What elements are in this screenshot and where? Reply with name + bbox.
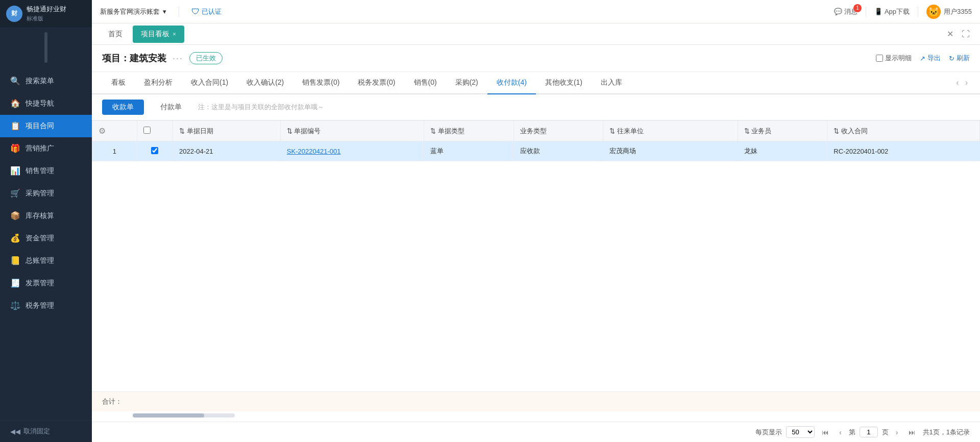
table-footer: 合计： [92, 391, 980, 411]
sub-nav-warehouse[interactable]: 出入库 [592, 72, 631, 94]
tab-note: 注：这里是与项目关联的全部收付款单哦～ [198, 103, 324, 112]
cell-code[interactable]: SK-20220421-001 [280, 141, 424, 161]
sub-nav-income_confirm[interactable]: 收入确认(2) [237, 72, 293, 94]
table-area: ⚙ ⇅ 单据日期 ⇅ 单据编号 [92, 120, 980, 391]
sidebar-item-search[interactable]: 🔍 搜索菜单 [0, 70, 92, 92]
message-button[interactable]: 💬 消息 1 [834, 7, 857, 16]
sidebar-item-contract[interactable]: 📋 项目合同 [0, 115, 92, 137]
th-date[interactable]: ⇅ 单据日期 [173, 121, 281, 141]
table-header-row: ⚙ ⇅ 单据日期 ⇅ 单据编号 [92, 121, 980, 141]
sub-nav-sales_invoice[interactable]: 销售发票(0) [293, 72, 349, 94]
sub-nav-income_contract[interactable]: 收入合同(1) [182, 72, 237, 94]
page-input[interactable] [860, 427, 878, 437]
account-selector[interactable]: 新服务官网演示账套 ▾ [100, 7, 166, 16]
sidebar-item-label: 采购管理 [26, 189, 54, 198]
refresh-button[interactable]: ↻ 刷新 [949, 54, 970, 63]
main-area: 新服务官网演示账套 ▾ 🛡 已认证 💬 消息 1 📱 App下载 🐱 用户335… [92, 0, 980, 442]
export-icon: ↗ [920, 55, 925, 62]
app-download-button[interactable]: 📱 App下载 [874, 7, 910, 16]
sub-nav-other_expense[interactable]: 其他收支(1) [536, 72, 592, 94]
sidebar-item-purchase[interactable]: 🛒 采购管理 [0, 182, 92, 205]
sidebar-footer-cancel-fixed[interactable]: ◀◀ 取消固定 [0, 420, 92, 442]
phone-icon: 📱 [874, 8, 883, 15]
page-size-select[interactable]: 50 100 200 [786, 426, 815, 438]
sidebar-item-marketing[interactable]: 🎁 营销推广 [0, 137, 92, 160]
marketing-icon: 🎁 [10, 143, 20, 154]
sidebar-item-label: 总账管理 [26, 256, 54, 265]
user-menu[interactable]: 🐱 用户3355 [926, 5, 972, 19]
first-page-button[interactable]: ⏮ [819, 427, 832, 437]
row-checkbox[interactable] [151, 147, 158, 154]
sub-nav-purchase[interactable]: 采购(2) [446, 72, 487, 94]
sidebar-item-label: 库存核算 [26, 211, 54, 220]
sidebar-item-label: 销售管理 [26, 166, 54, 176]
sidebar-item-tax[interactable]: ⚖️ 税务管理 [0, 294, 92, 317]
sub-nav-sales[interactable]: 销售(0) [405, 72, 446, 94]
sidebar-item-label: 税务管理 [26, 301, 54, 310]
sub-nav-prev-arrow[interactable]: ‹ [954, 78, 961, 87]
export-button[interactable]: ↗ 导出 [920, 54, 941, 63]
show-detail-label: 显示明细 [885, 54, 912, 63]
cell-staff: 龙妹 [738, 141, 827, 161]
topbar-divider-2 [918, 7, 918, 17]
sidebar-logo: 财 [6, 6, 22, 22]
sub-nav-profit[interactable]: 盈利分析 [135, 72, 182, 94]
cell-check[interactable] [137, 141, 173, 161]
sidebar-item-label: 资金管理 [26, 234, 54, 243]
show-detail-checkbox[interactable] [876, 55, 883, 62]
sidebar-item-ledger[interactable]: 📒 总账管理 [0, 250, 92, 272]
th-code[interactable]: ⇅ 单据编号 [280, 121, 424, 141]
tab-close-icon[interactable]: × [173, 31, 176, 38]
tab-project-kanban[interactable]: 项目看板 × [133, 26, 184, 43]
tab-home[interactable]: 首页 [100, 26, 131, 43]
tab-payment[interactable]: 付款单 [150, 100, 192, 115]
th-biz-type: 业务类型 [513, 121, 603, 141]
sub-nav-tax_invoice[interactable]: 税务发票(0) [349, 72, 404, 94]
show-detail-toggle[interactable]: 显示明细 [876, 54, 912, 63]
th-staff[interactable]: ⇅ 业务员 [738, 121, 827, 141]
sidebar-item-label: 搜索菜单 [26, 77, 54, 86]
last-page-button[interactable]: ⏭ [905, 427, 919, 437]
th-doc-type[interactable]: ⇅ 单据类型 [424, 121, 513, 141]
message-icon: 💬 [834, 8, 842, 15]
export-label: 导出 [927, 54, 941, 63]
th-check [137, 121, 173, 141]
sub-nav-next-arrow[interactable]: › [963, 78, 970, 87]
sidebar-edition: 标准版 [27, 15, 66, 22]
sub-nav-kanban[interactable]: 看板 [102, 72, 135, 94]
next-page-button[interactable]: › [893, 427, 901, 437]
prev-page-button[interactable]: ‹ [836, 427, 845, 437]
th-partner[interactable]: ⇅ 往来单位 [603, 121, 738, 141]
total-label: 合计： [102, 397, 122, 406]
select-all-checkbox[interactable] [143, 127, 151, 134]
cancel-fixed-label: 取消固定 [23, 427, 50, 436]
sub-nav-receipt[interactable]: 收付款(4) [487, 72, 536, 94]
cell-date: 2022-04-21 [173, 141, 281, 161]
sidebar-item-invoice[interactable]: 🧾 发票管理 [0, 272, 92, 294]
sidebar-item-sales[interactable]: 📊 销售管理 [0, 160, 92, 182]
project-status-badge: 已生效 [189, 52, 223, 64]
cell-biz-type: 应收款 [513, 141, 603, 161]
table-row[interactable]: 1 2022-04-21 SK-20220421-001 蓝单 应收款 宏茂商场… [92, 141, 980, 161]
horizontal-scrollbar[interactable] [133, 413, 235, 418]
sidebar-header: 财 畅捷通好业财 标准版 [0, 0, 92, 28]
close-window-button[interactable]: ✕ [945, 27, 955, 41]
sidebar-item-quick[interactable]: 🏠 快捷导航 [0, 92, 92, 115]
maximize-button[interactable]: ⛶ [960, 27, 972, 41]
message-badge: 1 [853, 4, 862, 12]
refresh-icon: ↻ [949, 55, 954, 62]
sidebar-nav: 🔍 搜索菜单 🏠 快捷导航 📋 项目合同 🎁 营销推广 📊 销售管理 🛒 采购管… [0, 67, 92, 420]
th-contract[interactable]: ⇅ 收入合同 [827, 121, 980, 141]
doc-code-link[interactable]: SK-20220421-001 [287, 148, 341, 155]
more-options-icon[interactable]: ··· [173, 53, 183, 64]
sidebar-item-label: 项目合同 [26, 121, 54, 131]
tab-receipt[interactable]: 收款单 [102, 100, 144, 115]
cell-partner: 宏茂商场 [603, 141, 738, 161]
sidebar-item-inventory[interactable]: 📦 库存核算 [0, 205, 92, 227]
page-suffix: 页 [882, 428, 889, 437]
chevron-down-icon: ▾ [163, 8, 166, 15]
project-title: 项目：建筑安装 [102, 52, 166, 64]
sidebar-item-finance[interactable]: 💰 资金管理 [0, 227, 92, 250]
settings-icon[interactable]: ⚙ [99, 127, 106, 135]
user-name: 用户3355 [944, 7, 972, 16]
